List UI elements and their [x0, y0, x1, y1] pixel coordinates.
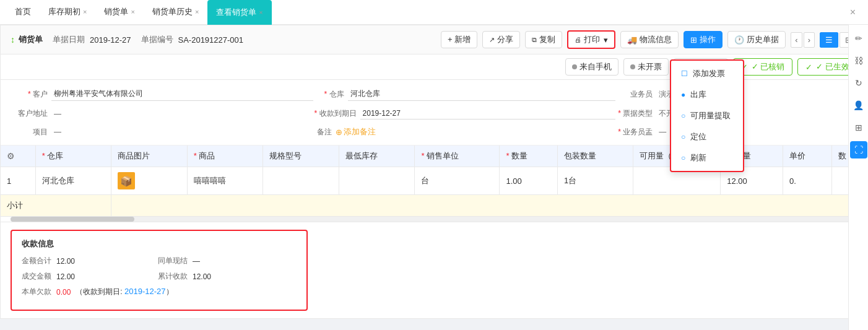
sidebar-user-icon[interactable]: 👤	[850, 97, 867, 114]
subtotal-values	[111, 195, 867, 217]
project-label: 项目	[11, 127, 48, 137]
tab-close-sales[interactable]: ×	[131, 8, 134, 15]
same-order-label: 同单现结	[158, 256, 188, 266]
doc-header: ↕ 销货单 单据日期 2019-12-27 单据编号 SA-20191227-0…	[1, 25, 867, 54]
from-phone-button[interactable]: 来自手机	[565, 58, 618, 76]
next-button[interactable]: ›	[804, 32, 815, 48]
owed-field: 本单欠款 0.00 （收款到期日: 2019-12-27）	[22, 287, 173, 297]
sales-order-icon: ↕	[11, 35, 15, 45]
sidebar-link-icon[interactable]: ⛓	[850, 52, 867, 69]
doc-type-label: 销货单	[19, 34, 43, 45]
customer-value[interactable]: 柳州粤港平安气体有限公司	[51, 87, 313, 101]
copy-icon: ⧉	[532, 36, 537, 44]
logistics-button[interactable]: 🚚 物流信息	[620, 31, 679, 48]
cumulative-field: 累计收款 12.00	[158, 271, 282, 282]
dropdown-menu: ☐ 添加发票 ● 出库 ○ 可用量提取 ○ 定位 ○ 刷新	[670, 59, 744, 172]
sidebar-edit-icon[interactable]: ✏	[850, 30, 867, 47]
share-button[interactable]: ↗ 分享	[482, 31, 520, 48]
col-pack-qty: 包装数量	[557, 145, 633, 167]
row-image: 📦	[111, 167, 188, 195]
col-unit: 销售单位	[415, 145, 500, 167]
product-thumbnail: 📦	[118, 172, 135, 189]
doc-title: ↕ 销货单	[11, 34, 43, 45]
dropdown-locate[interactable]: ○ 定位	[671, 126, 743, 147]
tab-sales-history[interactable]: 销货单历史 ×	[144, 0, 207, 25]
cumulative-label: 累计收款	[158, 271, 188, 282]
row-unit: 台	[415, 167, 500, 195]
col-min-stock: 最低库存	[339, 145, 415, 167]
window-close-button[interactable]: ×	[844, 7, 862, 18]
locate-icon: ○	[681, 132, 685, 141]
operation-button[interactable]: ⊞ 操作	[684, 31, 723, 48]
payment-row-3: 本单欠款 0.00 （收款到期日: 2019-12-27）	[22, 287, 297, 297]
effective-check-icon: ✓	[805, 63, 812, 72]
tab-close-sales-history[interactable]: ×	[195, 8, 199, 15]
prev-button[interactable]: ‹	[791, 32, 802, 48]
address-label: 客户地址	[11, 108, 48, 119]
row-price: 0.	[783, 167, 831, 195]
dropdown-add-invoice[interactable]: ☐ 添加发票	[671, 63, 743, 84]
gear-icon: ⚙	[7, 151, 15, 161]
add-note-button[interactable]: ⊕ 添加备注	[336, 126, 376, 137]
history-button[interactable]: 🕐 历史单据	[727, 31, 786, 48]
not-opened-button[interactable]: 未开票	[623, 58, 669, 76]
scroll-bar[interactable]	[11, 217, 857, 222]
payment-info: 收款信息 金额合计 12.00 同单现结 — 成交金额 12.00 累计收款	[11, 230, 308, 311]
right-sidebar: ✏ ⛓ ↻ 👤 ⊞ ⛶	[848, 25, 868, 330]
row-product: 嘻嘻嘻嘻	[187, 167, 263, 195]
tab-sales[interactable]: 销货单 ×	[95, 0, 143, 25]
tab-close-view-sales[interactable]: ×	[259, 9, 263, 16]
warehouse-field: 仓库 河北仓库	[313, 87, 616, 101]
copy-button[interactable]: ⧉ 复制	[525, 31, 562, 48]
refresh-icon: ○	[681, 154, 685, 162]
staff-label: 业务员	[615, 89, 653, 100]
print-dropdown-arrow[interactable]: ▾	[604, 35, 608, 45]
phone-dot	[572, 64, 577, 69]
ticket-dot	[630, 64, 635, 69]
print-button[interactable]: 🖨 打印 ▾	[567, 30, 615, 49]
tab-inventory-init[interactable]: 库存期初 ×	[40, 0, 95, 25]
col-warehouse: 仓库	[35, 145, 111, 167]
plus-icon: ⊕	[336, 128, 342, 137]
tab-view-sales[interactable]: 查看销货单 ×	[207, 0, 271, 25]
sidebar-table-icon[interactable]: ⊞	[850, 119, 867, 136]
share-icon: ↗	[489, 36, 495, 44]
col-price: 单价	[783, 145, 831, 167]
owed-note: （收款到期日: 2019-12-27）	[76, 287, 173, 297]
transaction-amount-field: 成交金额 12.00	[22, 271, 145, 282]
sidebar-expand-icon[interactable]: ⛶	[850, 141, 867, 158]
warehouse-label: 仓库	[313, 89, 344, 100]
outbound-icon: ●	[681, 90, 685, 99]
payment-row-1: 金额合计 12.00 同单现结 —	[22, 256, 297, 266]
owed-label: 本单欠款	[22, 287, 51, 297]
toolbar: + 新增 ↗ 分享 ⧉ 复制 🖨 打印 ▾ 🚚 物流信息 ⊞ 操作	[441, 30, 857, 49]
doc-no-label: 单据编号 SA-20191227-001	[141, 34, 244, 45]
col-gear[interactable]: ⚙	[1, 145, 35, 167]
dropdown-refresh[interactable]: ○ 刷新	[671, 147, 743, 168]
customer-label: 客户	[11, 89, 48, 100]
row-min-stock	[339, 167, 415, 195]
payment-date-value[interactable]: 2019-12-27	[360, 108, 616, 119]
col-spec: 规格型号	[263, 145, 339, 167]
tab-bar: 首页 库存期初 × 销货单 × 销货单历史 × 查看销货单 × ×	[0, 0, 868, 25]
total-amount-field: 金额合计 12.00	[22, 256, 145, 266]
history-icon: 🕐	[734, 35, 744, 45]
subtotal-row: 小计	[1, 195, 867, 217]
total-amount-label: 金额合计	[22, 256, 51, 266]
tab-close-inventory[interactable]: ×	[83, 8, 87, 15]
row-qty: 1.00	[500, 167, 557, 195]
warehouse-value[interactable]: 河北仓库	[348, 87, 616, 101]
total-amount-value: 12.00	[56, 257, 75, 266]
list-view-button[interactable]: ☰	[820, 32, 838, 48]
col-image: 商品图片	[111, 145, 188, 167]
tab-home[interactable]: 首页	[6, 0, 40, 25]
project-value: —	[51, 126, 313, 137]
dropdown-avail-qty[interactable]: ○ 可用量提取	[671, 105, 743, 126]
add-button[interactable]: + 新增	[441, 31, 477, 48]
logistics-icon: 🚚	[627, 35, 637, 45]
payment-info-title: 收款信息	[22, 238, 297, 250]
sidebar-refresh-icon[interactable]: ↻	[850, 74, 867, 92]
dropdown-outbound[interactable]: ● 出库	[671, 84, 743, 105]
owed-value: 0.00	[56, 288, 71, 297]
doc-meta: 单据日期 2019-12-27 单据编号 SA-20191227-001	[53, 34, 243, 45]
